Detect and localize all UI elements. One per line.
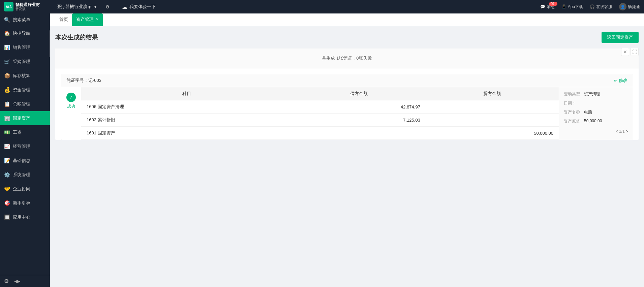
sidebar-system-label: 系统管理 (13, 172, 30, 178)
col-credit: 贷方金额 (426, 87, 559, 100)
success-circle: ✓ (66, 93, 76, 102)
col-debit: 借方金额 (293, 87, 426, 100)
ledger-icon: 📋 (4, 101, 10, 107)
guide-icon: 🎯 (4, 200, 10, 206)
inventory-icon: 📦 (4, 73, 10, 79)
row2-credit (426, 114, 559, 127)
tab-close-icon[interactable]: ✕ (96, 17, 99, 22)
next-page-btn[interactable]: > (626, 129, 628, 134)
sidebar-item-system[interactable]: ⚙️ 系统管理 (0, 168, 50, 182)
sidebar-item-search[interactable]: 🔍 搜索菜单 (0, 13, 50, 26)
cloud-icon: ☁ (122, 4, 127, 10)
row2-debit: 7,125.03 (293, 114, 426, 127)
sidebar-item-guide[interactable]: 🎯 新手引导 (0, 196, 50, 210)
asset-name-value: 电脑 (584, 109, 592, 115)
gear-icon: ⚙ (105, 4, 110, 9)
online-service-item[interactable]: 🎧 在线客服 (590, 4, 612, 10)
sidebar-item-basic-info[interactable]: 📝 基础信息 (0, 154, 50, 168)
change-type-label: 变动类型： (564, 91, 584, 97)
main-layout: 🔍 搜索菜单 🏠 快捷导航 📊 销售管理 🛒 采购管理 📦 库存核算 💰 资金管… (0, 13, 644, 287)
row2-subject[interactable]: 1602 累计折旧 (81, 114, 293, 127)
voucher-side-panel: 变动类型： 资产清理 日期： 资产名称： 电脑 (559, 87, 633, 140)
sidebar-item-fund[interactable]: 💰 资金管理 (0, 83, 50, 97)
sidebar-item-purchase[interactable]: 🛒 采购管理 (0, 55, 50, 69)
sidebar-search-label: 搜索菜单 (13, 17, 30, 23)
asset-name-label: 资产名称： (564, 109, 584, 115)
prev-page-btn[interactable]: < (616, 129, 618, 134)
sidebar-enterprise-label: 企业协同 (13, 186, 30, 192)
fund-icon: 💰 (4, 87, 10, 93)
return-button[interactable]: 返回固定资产 (602, 32, 639, 43)
side-asset-value: 资产原值： 50,000.00 (564, 119, 628, 124)
message-icon: 💬 (540, 4, 545, 9)
sidebar-settings-icon[interactable]: ⚙ (4, 278, 9, 284)
sidebar-item-inventory[interactable]: 📦 库存核算 (0, 69, 50, 83)
side-date: 日期： (564, 100, 628, 106)
sidebar-bottom: ⚙ ◀▶ (0, 275, 50, 287)
company-name: 医疗器械行业演示 (57, 4, 92, 10)
headset-icon: 🎧 (590, 4, 595, 9)
logo-sub: 普及版 (16, 7, 40, 11)
result-area: 共生成 1张凭证，0张失败 凭证字号：记-003 ✏ 修改 (55, 49, 639, 140)
row3-subject[interactable]: 1601 固定资产 (81, 127, 293, 140)
sidebar-fund-label: 资金管理 (13, 87, 30, 93)
sidebar-item-app-center[interactable]: 🔲 应用中心 (0, 210, 50, 224)
dropdown-icon: ▼ (94, 5, 97, 9)
purchase-icon: 🛒 (4, 59, 10, 65)
row1-credit (426, 100, 559, 114)
app-download-item[interactable]: 📱 App下载 (561, 4, 583, 10)
sidebar-item-operations[interactable]: 📈 经营管理 (0, 139, 50, 154)
app-center-icon: 🔲 (4, 214, 10, 220)
logo-icon: AtA (4, 2, 13, 11)
home-icon: 🏠 (4, 30, 10, 36)
voucher-number: 凭证字号：记-003 (66, 77, 101, 84)
message-item[interactable]: 💬 消息 99+ (540, 4, 555, 10)
sidebar-operations-label: 经营管理 (13, 144, 30, 150)
table-row: 1602 累计折旧 7,125.03 (81, 114, 559, 127)
sidebar-fixed-assets-label: 固定资产 (13, 115, 30, 121)
sidebar-toggle-icon[interactable]: ◀▶ (14, 279, 20, 284)
row1-subject[interactable]: 1606 固定资产清理 (81, 100, 293, 114)
settings-icon-btn[interactable]: ⚙ (102, 2, 113, 12)
voucher-header: 凭证字号：记-003 ✏ 修改 (61, 74, 633, 87)
voucher-table: 科目 借方金额 贷方金额 1606 固定资产清理 42,874. (81, 87, 559, 140)
company-selector[interactable]: 医疗器械行业演示 ▼ (54, 2, 100, 11)
close-panel-btn[interactable]: ✕ (621, 48, 629, 56)
sidebar-item-fixed-assets[interactable]: 🏢 固定资产 (0, 111, 50, 125)
side-pagination: < 1/1 > (564, 128, 628, 135)
edit-label: 修改 (619, 77, 627, 84)
sidebar-guide-label: 新手引导 (13, 200, 30, 206)
online-service-label: 在线客服 (596, 4, 612, 10)
edit-icon: ✏ (614, 78, 617, 83)
top-header: AtA 畅捷通好业财 普及版 医疗器械行业演示 ▼ ⚙ ☁ 我要体验一下 💬 消… (0, 0, 644, 13)
app-download-label: App下载 (568, 4, 583, 10)
payroll-icon: 💵 (4, 129, 10, 135)
tab-asset-mgmt[interactable]: 资产管理 ✕ (72, 13, 103, 26)
success-text: 成功 (67, 103, 75, 109)
tab-bar: 首页 资产管理 ✕ (50, 13, 644, 26)
asset-value-value: 50,000.00 (584, 119, 602, 123)
sidebar-item-quick-nav[interactable]: 🏠 快捷导航 (0, 26, 50, 40)
logo-area: AtA 畅捷通好业财 普及版 (4, 2, 54, 11)
sidebar-item-ledger[interactable]: 📋 总账管理 (0, 97, 50, 111)
phone-icon: 📱 (561, 4, 566, 9)
edit-button[interactable]: ✏ 修改 (614, 77, 627, 84)
tab-home-label: 首页 (59, 17, 68, 23)
sidebar-basic-info-label: 基础信息 (13, 158, 30, 164)
expand-panel-btn[interactable]: ⛶ (631, 48, 639, 56)
summary-text: 共生成 1张凭证，0张失败 (322, 56, 372, 61)
header-right: 💬 消息 99+ 📱 App下载 🎧 在线客服 👤 畅捷通 (540, 3, 640, 10)
sidebar-inventory-label: 库存核算 (13, 73, 30, 79)
experience-btn[interactable]: ☁ 我要体验一下 (118, 2, 160, 11)
page-title: 本次生成的结果 (55, 33, 98, 41)
side-asset-name: 资产名称： 电脑 (564, 109, 628, 115)
fixed-assets-icon: 🏢 (4, 115, 10, 121)
logo-text: 畅捷通好业财 普及版 (16, 2, 40, 11)
system-icon: ⚙️ (4, 172, 10, 178)
tab-home[interactable]: 首页 (55, 13, 72, 26)
sidebar-item-enterprise[interactable]: 🤝 企业协同 (0, 182, 50, 196)
user-item[interactable]: 👤 畅捷通 (619, 3, 640, 10)
sidebar-item-sales[interactable]: 📊 销售管理 (0, 40, 50, 55)
page-content: 本次生成的结果 返回固定资产 共生成 1张凭证，0张失败 凭证字号：记-003 … (50, 26, 644, 287)
sidebar-item-payroll[interactable]: 💵 工资 (0, 125, 50, 139)
